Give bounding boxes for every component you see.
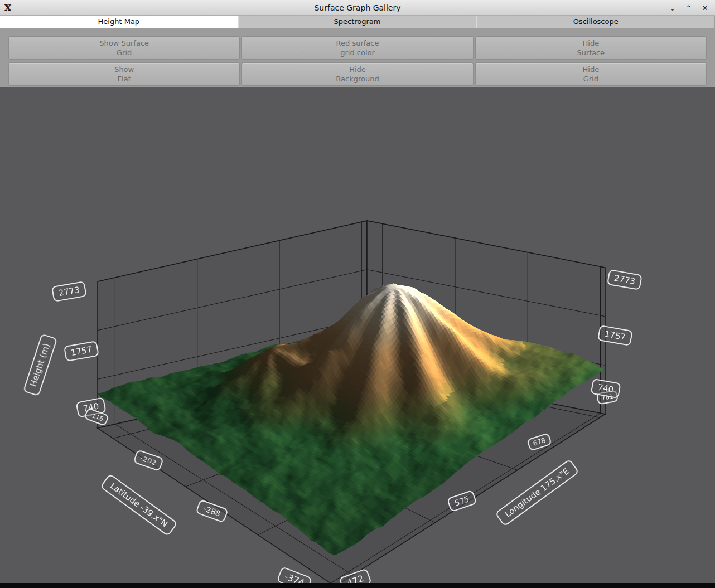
window-title: Surface Graph Gallery bbox=[0, 3, 715, 12]
show-flat-button[interactable]: Show Flat bbox=[8, 62, 240, 86]
hide-background-button[interactable]: Hide Background bbox=[241, 62, 473, 86]
button-label-line2: Surface bbox=[577, 48, 605, 57]
button-label-line2: Grid bbox=[583, 75, 598, 84]
button-label-line1: Hide bbox=[583, 39, 600, 48]
tab-height-map[interactable]: Height Map bbox=[0, 16, 238, 28]
button-label-line1: Red surface bbox=[336, 39, 379, 48]
app-window: X Surface Graph Gallery ⌄ ⌃ ✕ Height Map… bbox=[0, 0, 715, 588]
button-label-line1: Hide bbox=[583, 65, 600, 74]
button-label-line1: Show Surface bbox=[99, 39, 149, 48]
maximize-window-button[interactable]: ⌃ bbox=[684, 4, 693, 12]
surface-grid-color-button[interactable]: Red surface grid color bbox=[241, 36, 473, 60]
button-label-line2: Background bbox=[336, 75, 379, 84]
hide-surface-button[interactable]: Hide Surface bbox=[475, 36, 707, 60]
show-surface-grid-button[interactable]: Show Surface Grid bbox=[8, 36, 240, 60]
toolbar: Show Surface Grid Red surface grid color… bbox=[0, 28, 715, 87]
bottom-edge bbox=[0, 583, 715, 588]
plot-area: Height (m) 2773 1757 740 -116 -202 -288 … bbox=[0, 87, 715, 588]
shade-window-button[interactable]: ⌄ bbox=[668, 4, 677, 12]
tab-oscilloscope[interactable]: Oscilloscope bbox=[476, 16, 715, 28]
hide-grid-button[interactable]: Hide Grid bbox=[475, 62, 707, 86]
button-label-line1: Show bbox=[114, 65, 134, 74]
close-window-button[interactable]: ✕ bbox=[700, 4, 709, 12]
button-label-line1: Hide bbox=[349, 65, 366, 74]
button-label-line2: Flat bbox=[118, 75, 131, 84]
tab-bar: Height Map Spectrogram Oscilloscope bbox=[0, 16, 715, 28]
button-label-line2: Grid bbox=[117, 48, 132, 57]
button-label-line2: grid color bbox=[340, 48, 375, 57]
tab-spectrogram[interactable]: Spectrogram bbox=[238, 16, 477, 28]
window-controls: ⌄ ⌃ ✕ bbox=[668, 0, 709, 16]
titlebar: X Surface Graph Gallery ⌄ ⌃ ✕ bbox=[0, 0, 715, 16]
